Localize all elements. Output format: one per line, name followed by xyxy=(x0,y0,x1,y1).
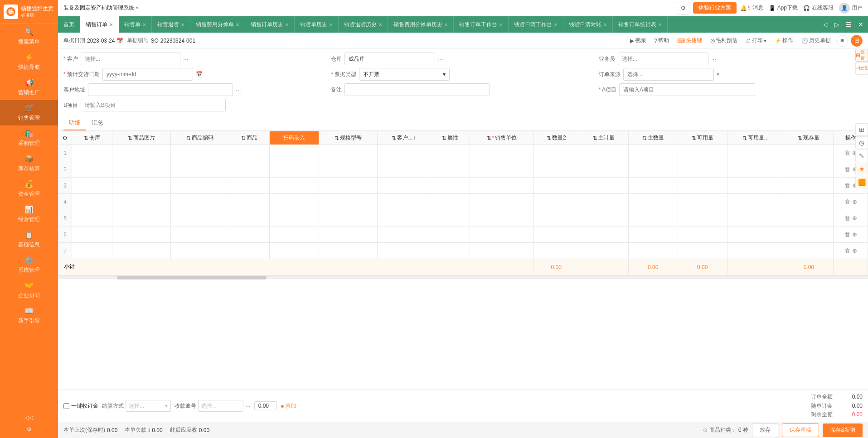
row-6-qty2[interactable] xyxy=(533,226,579,243)
one-click-deposit-label[interactable]: 一键收订金 xyxy=(63,402,98,410)
tab-close-icon[interactable]: ✕ xyxy=(499,22,503,27)
horizontal-scrollbar[interactable] xyxy=(58,275,868,279)
th-product[interactable]: ⇅ 商品 xyxy=(229,131,270,145)
row-6-warehouse[interactable] xyxy=(72,226,112,243)
float-edit-btn[interactable]: ✎ xyxy=(855,149,868,162)
th-product-image[interactable]: ⇅ 商品图片 xyxy=(112,131,170,145)
row-6-product-code[interactable] xyxy=(170,226,229,243)
print-btn[interactable]: 🖨 打印 ▾ xyxy=(743,36,769,45)
row-4-available2[interactable] xyxy=(727,194,784,210)
add-payment-btn[interactable]: ● 添加 xyxy=(281,402,296,410)
row-7-available[interactable] xyxy=(678,243,727,259)
row-6-current-stock[interactable] xyxy=(784,226,834,243)
row-3-main-unit[interactable] xyxy=(579,178,628,194)
row-5-scan[interactable] xyxy=(269,210,319,226)
staff-input[interactable] xyxy=(618,53,708,65)
row-6-delete-btn[interactable]: 🗑 xyxy=(844,231,850,238)
row-5-product[interactable] xyxy=(229,210,270,226)
row-4-delete-btn[interactable]: 🗑 xyxy=(844,198,850,205)
help-btn[interactable]: ? 帮助 xyxy=(651,36,672,45)
row-7-main-qty[interactable] xyxy=(628,243,678,259)
sidebar-item-system[interactable]: ⚙️ 系统管理 xyxy=(0,252,58,278)
sidebar-item-finance[interactable]: 💰 资金管理 xyxy=(0,176,58,202)
row-7-sales-unit[interactable] xyxy=(470,243,533,259)
row-3-attributes[interactable] xyxy=(430,178,470,194)
th-qty2[interactable]: ⇅ 数量2 xyxy=(533,131,579,145)
row-6-sales-unit[interactable] xyxy=(470,226,533,243)
row-5-product-image[interactable] xyxy=(112,210,170,226)
tab-summary[interactable]: 汇总 xyxy=(86,116,109,130)
float-star-btn[interactable]: ★ xyxy=(855,163,868,175)
notification-btn[interactable]: 🔔 9 消息 xyxy=(740,4,763,12)
online-service-btn[interactable]: 🎧 在线客服 xyxy=(803,4,834,12)
row-7-scan[interactable] xyxy=(269,243,319,259)
operation-btn[interactable]: ⚡ 操作 xyxy=(772,36,796,45)
th-attributes[interactable]: ⇅ 属性 xyxy=(430,131,470,145)
tab-fee-split-history[interactable]: 销售费用分摊单历史 ✕ xyxy=(388,16,454,33)
th-sales-unit[interactable]: ⇅ *销售单位 xyxy=(470,131,533,145)
row-4-scan[interactable] xyxy=(269,194,319,210)
row-7-available2[interactable] xyxy=(727,243,784,259)
row-7-spec[interactable] xyxy=(319,243,377,259)
tab-close-icon[interactable]: ✕ xyxy=(444,22,448,27)
tab-close-icon[interactable]: ✕ xyxy=(181,22,184,27)
row-4-main-qty[interactable] xyxy=(628,194,678,210)
remark-input[interactable] xyxy=(344,83,490,96)
th-main-unit[interactable]: ⇅ 主计量 xyxy=(579,131,628,145)
row-2-spec[interactable] xyxy=(319,161,377,178)
row-3-sales-unit[interactable] xyxy=(470,178,533,194)
row-7-main-unit[interactable] xyxy=(579,243,628,259)
row-2-available[interactable] xyxy=(678,161,727,178)
row-2-qty2[interactable] xyxy=(533,161,579,178)
list-view-btn[interactable]: ≡ xyxy=(836,35,848,47)
row-6-available2[interactable] xyxy=(727,226,784,243)
th-settings[interactable]: ⚙ xyxy=(58,131,72,145)
tab-close-icon[interactable]: ✕ xyxy=(142,22,146,27)
row-2-attributes[interactable] xyxy=(430,161,470,178)
row-2-scan[interactable] xyxy=(269,161,319,178)
row-2-available2[interactable] xyxy=(727,161,784,178)
warehouse-value[interactable]: 成品库 xyxy=(344,53,435,65)
row-2-sales-unit[interactable] xyxy=(470,161,533,178)
row-5-warehouse[interactable] xyxy=(72,210,112,226)
tab-close-all-btn[interactable]: ✕ xyxy=(855,20,866,29)
ticket-type-select[interactable]: 不开票 ▾ xyxy=(359,68,450,81)
row-4-product[interactable] xyxy=(229,194,270,210)
row-3-main-qty[interactable] xyxy=(628,178,678,194)
row-1-qty2[interactable] xyxy=(533,145,579,161)
customer-dots-btn[interactable]: ··· xyxy=(183,55,189,63)
tab-order-workbench[interactable]: 销售订单工作台 ✕ xyxy=(454,16,509,33)
row-4-sales-unit[interactable] xyxy=(470,194,533,210)
tab-scroll-left-btn[interactable]: ◁ xyxy=(820,20,831,29)
tab-daily-workbench[interactable]: 钱货日清工作台 ✕ xyxy=(509,16,563,33)
row-1-available[interactable] xyxy=(678,145,727,161)
float-special-btn[interactable]: 🟧 xyxy=(855,176,868,188)
row-3-customer-code[interactable] xyxy=(377,178,430,194)
row-5-product-code[interactable] xyxy=(170,210,229,226)
discard-button[interactable]: 放弃 xyxy=(752,424,778,437)
row-1-delete-btn[interactable]: 🗑 xyxy=(844,149,850,156)
row-5-available2[interactable] xyxy=(727,210,784,226)
save-new-button[interactable]: 保存&新增 xyxy=(823,424,863,437)
row-3-product-image[interactable] xyxy=(112,178,170,194)
row-5-sales-unit[interactable] xyxy=(470,210,533,226)
row-5-spec[interactable] xyxy=(319,210,377,226)
warehouse-dots-btn[interactable]: ··· xyxy=(438,55,443,63)
tab-return-history[interactable]: 销货退货历史 ✕ xyxy=(339,16,388,33)
tab-close-icon[interactable]: ✕ xyxy=(603,22,607,27)
float-grid-btn[interactable]: ⊞ xyxy=(855,123,868,136)
row-7-warehouse[interactable] xyxy=(72,243,112,259)
row-5-delete-btn[interactable]: 🗑 xyxy=(844,215,850,221)
setting-btn-top[interactable]: ⊞ 设置 xyxy=(855,49,868,62)
sidebar-item-inventory[interactable]: 📦 库存核算 xyxy=(0,151,58,176)
tab-close-icon[interactable]: ✕ xyxy=(554,22,558,27)
row-1-customer-code[interactable] xyxy=(377,145,430,161)
row-3-product[interactable] xyxy=(229,178,270,194)
row-1-spec[interactable] xyxy=(319,145,377,161)
b-project-input[interactable] xyxy=(81,99,226,111)
th-customer-code[interactable]: ⇅ 客户... ℹ xyxy=(377,131,430,145)
tab-sales-order[interactable]: 销售订单 ✕ xyxy=(80,16,119,33)
row-6-available[interactable] xyxy=(678,226,727,243)
row-1-attributes[interactable] xyxy=(430,145,470,161)
row-7-current-stock[interactable] xyxy=(784,243,834,259)
